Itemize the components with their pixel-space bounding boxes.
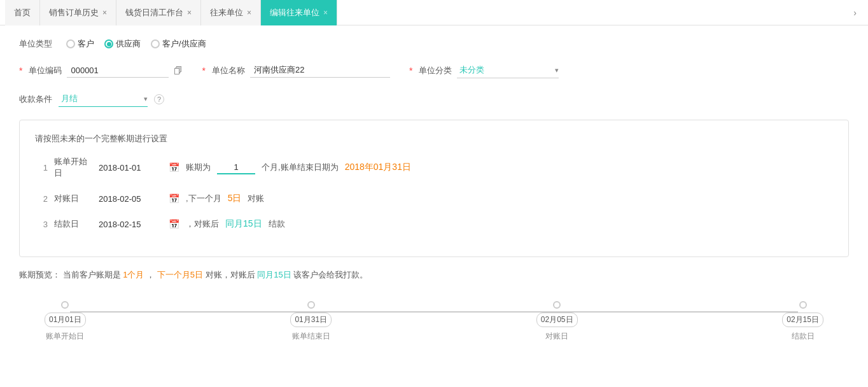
code-input[interactable] — [67, 64, 169, 78]
row2-suffix: ,下一个月 — [186, 193, 221, 204]
tl-caption-4: 结款日 — [792, 331, 815, 342]
tab-more-button[interactable]: › — [847, 8, 863, 18]
tl-dot-3 — [553, 301, 561, 309]
tl-item-4: 02月15日 结款日 — [782, 301, 823, 342]
radio-both[interactable]: 客户/供应商 — [151, 38, 206, 50]
preview-before: 当前客户账期是 — [63, 270, 121, 279]
timeline-items: 01月01日 账单开始日 01月31日 账单结束日 02月05日 对账日 02月… — [45, 301, 823, 342]
row2-key: 对账日 — [54, 193, 92, 204]
required-star-cat: * — [409, 66, 412, 76]
row2-day: 5日 — [228, 193, 242, 204]
tl-item-1: 01月01日 账单开始日 — [45, 301, 86, 342]
name-label: 单位名称 — [212, 65, 245, 76]
row3-key: 结款日 — [54, 218, 92, 230]
tab-edit-partner-label: 编辑往来单位 — [270, 7, 319, 18]
preview-mid: ， — [146, 270, 155, 279]
row1-key: 账单开始日 — [54, 156, 92, 179]
tl-caption-3: 对账日 — [545, 331, 568, 342]
tl-dot-1 — [61, 301, 69, 309]
category-dropdown[interactable]: 未分类 ▾ — [457, 62, 559, 78]
row2-suffix2: 对账 — [248, 193, 264, 204]
category-value: 未分类 — [457, 62, 552, 78]
tab-partner-units[interactable]: 往来单位 × — [201, 0, 261, 25]
tab-edit-partner-close[interactable]: × — [323, 8, 328, 17]
tab-sales-history-label: 销售订单历史 — [49, 7, 99, 18]
radio-supplier-circle — [104, 39, 113, 48]
radio-supplier-dot — [107, 42, 111, 46]
main-content: 单位类型 客户 供应商 客户/供应商 * 单位编码 🗍 — [0, 25, 868, 387]
data-row-2: 2 对账日 2018-02-05 📅 ,下一个月5日 对账 — [35, 193, 833, 204]
help-icon[interactable]: ? — [154, 94, 164, 104]
row2-date: 2018-02-05 — [99, 194, 162, 204]
preview-section: 账期预览： 当前客户账期是 1个月 ， 下一个月5日 对账，对账后 同月15日 … — [19, 267, 849, 282]
unit-type-label: 单位类型 — [19, 38, 52, 50]
timeline-container: 01月01日 账单开始日 01月31日 账单结束日 02月05日 对账日 02月… — [19, 295, 849, 361]
tl-item-3: 02月05日 对账日 — [536, 301, 578, 342]
code-label: 单位编码 — [29, 65, 62, 76]
row2-num: 2 — [35, 194, 48, 204]
radio-supplier-label: 供应商 — [116, 38, 141, 50]
category-arrow-icon: ▾ — [555, 66, 559, 74]
radio-both-label: 客户/供应商 — [162, 38, 206, 50]
radio-both-circle — [151, 39, 160, 48]
radio-customer[interactable]: 客户 — [66, 38, 94, 50]
code-group: * 单位编码 🗍 — [19, 64, 183, 78]
row2-cal-icon[interactable]: 📅 — [169, 194, 179, 204]
row3-date: 2018-02-15 — [99, 220, 162, 229]
tab-home[interactable]: 首页 — [5, 0, 40, 25]
preview-label: 账期预览： — [19, 270, 60, 279]
period-section: 请按照未来的一个完整帐期进行设置 1 账单开始日 2018-01-01 📅 账期… — [19, 120, 849, 257]
tabs-bar: 首页 销售订单历史 × 钱货日清工作台 × 往来单位 × 编辑往来单位 × › — [0, 0, 868, 25]
tab-cash-daily-close[interactable]: × — [187, 8, 192, 17]
tab-edit-partner[interactable]: 编辑往来单位 × — [261, 0, 337, 25]
preview-period: 1个月 — [123, 270, 144, 279]
tl-dot-4 — [799, 301, 807, 309]
tl-label-3: 02月05日 — [536, 313, 578, 327]
payment-arrow-icon: ▾ — [144, 95, 148, 103]
required-star-code: * — [19, 66, 22, 76]
preview-after: 对账，对账后 — [206, 270, 255, 279]
tl-caption-1: 账单开始日 — [46, 331, 84, 342]
tl-label-1: 01月01日 — [45, 313, 86, 327]
radio-customer-circle — [66, 39, 75, 48]
section-title: 请按照未来的一个完整帐期进行设置 — [35, 133, 833, 144]
row1-num: 1 — [35, 163, 48, 172]
row1-end-date: 2018年01月31日 — [345, 162, 411, 173]
tab-partner-units-close[interactable]: × — [247, 8, 251, 17]
data-row-1: 1 账单开始日 2018-01-01 📅 账期为 个月,账单结束日期为 2018… — [35, 156, 833, 179]
preview-reconcile: 下一个月5日 — [157, 270, 203, 279]
tl-item-2: 01月31日 账单结束日 — [290, 301, 332, 342]
row3-suffix: ，对账后 — [186, 218, 219, 230]
radio-supplier[interactable]: 供应商 — [104, 38, 141, 50]
category-group: * 单位分类 未分类 ▾ — [409, 62, 559, 78]
unit-type-row: 单位类型 客户 供应商 客户/供应商 — [19, 38, 849, 50]
tl-label-4: 02月15日 — [782, 313, 823, 327]
row1-suffix-after: 个月,账单结束日期为 — [262, 162, 339, 173]
payment-dropdown[interactable]: 月结 ▾ — [59, 91, 148, 107]
row1-suffix-before: 账期为 — [186, 162, 211, 173]
payment-value: 月结 — [59, 91, 141, 106]
row3-day: 同月15日 — [225, 218, 262, 230]
name-input[interactable] — [250, 64, 390, 78]
payment-label: 收款条件 — [19, 94, 52, 105]
months-input[interactable] — [217, 161, 255, 174]
unit-type-radio-group: 客户 供应商 客户/供应商 — [66, 38, 206, 50]
row1-cal-icon[interactable]: 📅 — [169, 162, 179, 172]
category-label: 单位分类 — [419, 65, 452, 76]
preview-end: 该客户会给我打款。 — [293, 270, 368, 279]
tl-caption-2: 账单结束日 — [292, 331, 330, 342]
tab-home-label: 首页 — [14, 7, 31, 18]
radio-customer-label: 客户 — [78, 38, 94, 50]
tab-cash-daily[interactable]: 钱货日清工作台 × — [116, 0, 201, 25]
row1-date: 2018-01-01 — [99, 163, 162, 172]
required-star-name: * — [202, 66, 205, 76]
tab-sales-history[interactable]: 销售订单历史 × — [40, 0, 116, 25]
name-group: * 单位名称 — [202, 64, 389, 78]
tab-partner-units-label: 往来单位 — [210, 7, 243, 18]
row3-suffix2: 结款 — [269, 218, 285, 230]
preview-payment-day: 同月15日 — [257, 270, 291, 279]
row3-cal-icon[interactable]: 📅 — [169, 219, 179, 229]
tab-cash-daily-label: 钱货日清工作台 — [125, 7, 183, 18]
tab-sales-history-close[interactable]: × — [102, 8, 107, 17]
code-copy-icon[interactable]: 🗍 — [174, 66, 183, 76]
